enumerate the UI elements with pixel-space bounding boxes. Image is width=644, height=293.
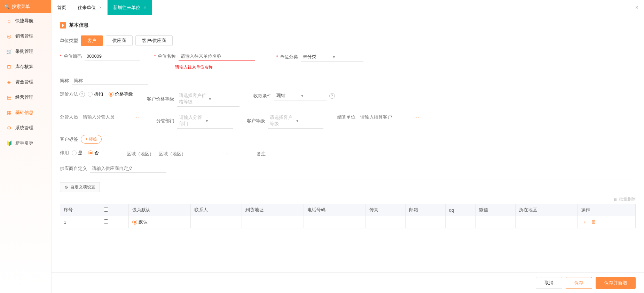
settlement-unit-group: 结算单位 ··· [337, 113, 420, 121]
customer-level-label: 客户等级 [247, 118, 265, 124]
customer-level-dropdown[interactable]: 请选择客户等级 ▾ [268, 113, 323, 129]
th-qq: qq [445, 204, 475, 216]
supplier-custom-input[interactable] [90, 164, 166, 173]
sidebar-label-operations: 经营管理 [15, 94, 33, 100]
disabled-no[interactable]: 否 [88, 150, 99, 156]
customer-price-level-dropdown[interactable]: 请选择客户价格等级 ▾ [177, 91, 239, 107]
level-radio-circle [109, 92, 113, 97]
sidebar-label-inventory: 库存核算 [15, 64, 33, 70]
sidebar-item-operations[interactable]: ▤ 经营管理 [0, 90, 51, 105]
tab-home[interactable]: 首页 [52, 0, 72, 15]
unit-type-label: 单位类型 [60, 38, 78, 44]
type-btn-both[interactable]: 客户/供应商 [135, 35, 173, 46]
tab-partners[interactable]: 往来单位 × [72, 0, 108, 15]
batch-delete-area: 🗑 批量删除 [60, 196, 636, 202]
cell-region [515, 216, 577, 228]
sidebar-search[interactable]: 🔍 搜索菜单 [0, 0, 51, 13]
cell-checkbox [100, 216, 129, 228]
search-icon: 🔍 [4, 4, 10, 9]
th-address: 到货地址 [242, 204, 304, 216]
tab-new-partner[interactable]: 新增往来单位 × [108, 0, 152, 15]
unit-category-group: * 单位分类 未分类 ▾ [276, 52, 363, 62]
window-close-button[interactable]: × [630, 0, 644, 15]
department-group: 分管部门 请输入分管部门 ▾ [156, 113, 233, 129]
tab-partners-close[interactable]: × [99, 5, 102, 10]
th-seq: 序号 [60, 204, 100, 216]
finance-icon: ◈ [6, 79, 13, 86]
sidebar-item-purchase[interactable]: 🛒 采购管理 [0, 44, 51, 59]
sidebar: 🔍 搜索菜单 ⌂ 快捷导航 ◎ 销售管理 🛒 采购管理 ⊡ 库存核算 ◈ 资金管… [0, 0, 52, 293]
th-region: 所在地区 [515, 204, 577, 216]
sidebar-item-basic-info[interactable]: ▦ 基础信息 [0, 105, 51, 120]
customer-price-level-group: 客户价格等级 请选择客户价格等级 ▾ [147, 91, 239, 107]
save-button[interactable]: 保存 [566, 277, 592, 289]
unit-code-input[interactable] [85, 52, 140, 60]
pricing-radio-level[interactable]: 价格等级 [109, 91, 133, 97]
remark-input[interactable] [268, 150, 366, 158]
save-new-button[interactable]: 保存并新增 [596, 277, 636, 289]
disabled-yes[interactable]: 是 [72, 150, 83, 156]
cancel-button[interactable]: 取消 [536, 277, 562, 289]
sidebar-item-system[interactable]: ⚙ 系统管理 [0, 120, 51, 136]
region-group: 区域（地区） ··· [127, 150, 229, 158]
sidebar-item-quick-nav[interactable]: ⌂ 快捷导航 [0, 13, 51, 29]
cell-fax [366, 216, 406, 228]
short-name-input[interactable] [72, 76, 148, 85]
batch-delete-label[interactable]: 批量删除 [619, 196, 636, 202]
th-phone: 电话号码 [304, 204, 366, 216]
unit-type-group: 单位类型 客户 供应商 客户/供应商 [60, 35, 173, 46]
short-name-label: 简称 [60, 78, 69, 84]
customer-level-group: 客户等级 请选择客户等级 ▾ [247, 113, 323, 129]
type-btn-supplier[interactable]: 供应商 [106, 35, 133, 46]
unit-name-input[interactable] [179, 52, 255, 60]
type-btn-customer[interactable]: 客户 [81, 35, 103, 46]
pricing-help-icon[interactable]: ? [79, 91, 85, 97]
region-more-icon[interactable]: ··· [222, 151, 229, 157]
add-tag-button[interactable]: + 标签 [81, 135, 102, 144]
sidebar-item-sales[interactable]: ◎ 销售管理 [0, 29, 51, 44]
default-radio[interactable]: 默认 [132, 219, 187, 225]
sidebar-item-inventory[interactable]: ⊡ 库存核算 [0, 59, 51, 74]
default-label: 默认 [139, 219, 148, 225]
inventory-icon: ⊡ [6, 63, 13, 70]
department-dropdown[interactable]: 请输入分管部门 ▾ [177, 113, 233, 129]
form-content: F 基本信息 单位类型 客户 供应商 客户/供应商 * 单位编码 * [52, 15, 644, 272]
add-row-button[interactable]: ＋ [581, 218, 589, 226]
unit-name-group: * 单位名称 请输入往来单位名称 [154, 52, 256, 70]
cell-phone [304, 216, 366, 228]
settlement-unit-input[interactable] [358, 113, 410, 121]
unit-category-value: 未分类 [303, 54, 331, 60]
disabled-radio-group: 是 否 [72, 150, 99, 156]
th-action: 操作 [577, 204, 635, 216]
manager-label: 分管人员 [60, 114, 78, 120]
region-input[interactable] [157, 150, 219, 158]
unit-code-label: * 单位编码 [60, 53, 82, 59]
payment-help-icon[interactable]: ? [329, 93, 335, 99]
pricing-radio-discount[interactable]: 折扣 [88, 91, 103, 97]
contacts-table: 序号 设为默认 联系人 到货地址 电话号码 传真 邮箱 qq 微信 所在地区 操… [60, 204, 636, 228]
disabled-group: 停用 是 否 [60, 150, 99, 156]
cell-action: ＋ 🗑 [577, 216, 635, 228]
unit-category-dropdown[interactable]: 未分类 ▾ [301, 52, 363, 62]
select-all-checkbox[interactable] [104, 207, 108, 212]
settlement-more-icon[interactable]: ··· [413, 114, 420, 120]
sidebar-label-quick-nav: 快捷导航 [15, 18, 33, 24]
cell-qq [445, 216, 475, 228]
tab-new-partner-close[interactable]: × [144, 5, 146, 10]
cell-contact [191, 216, 242, 228]
custom-settings-button[interactable]: ⚙ 自定义项设置 [60, 182, 100, 192]
delete-row-button[interactable]: 🗑 [590, 218, 597, 225]
supplier-custom-row: 供应商自定义 [60, 164, 636, 173]
manager-input[interactable] [81, 113, 133, 121]
payment-terms-chevron-icon: ▾ [301, 93, 324, 98]
manager-more-icon[interactable]: ··· [136, 114, 142, 120]
system-icon: ⚙ [6, 124, 13, 131]
payment-terms-dropdown[interactable]: 现结 ▾ [274, 91, 327, 100]
section-title-text: 基本信息 [69, 22, 88, 29]
sidebar-label-finance: 资金管理 [15, 79, 33, 85]
tag-group: 客户标签 + 标签 [60, 135, 102, 144]
row-checkbox[interactable] [104, 219, 108, 224]
customer-level-chevron-icon: ▾ [296, 118, 321, 123]
sidebar-item-finance[interactable]: ◈ 资金管理 [0, 74, 51, 90]
sidebar-item-guide[interactable]: 🔰 新手引导 [0, 136, 51, 151]
